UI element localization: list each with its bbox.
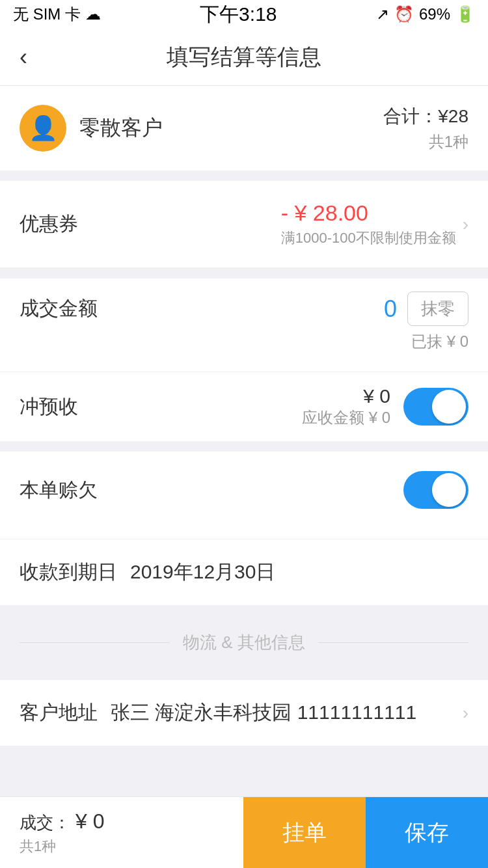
page-title: 填写结算等信息 <box>167 42 321 72</box>
prepay-sub: 应收金额 ¥ 0 <box>302 407 390 428</box>
prepay-value-group: ¥ 0 应收金额 ¥ 0 <box>302 385 390 428</box>
prepay-row: 冲预收 ¥ 0 应收金额 ¥ 0 <box>0 372 488 441</box>
customer-avatar: 👤 <box>20 105 66 152</box>
location-icon: ↗ <box>376 5 389 23</box>
prepay-label: 冲预收 <box>20 394 78 420</box>
divider-section: 物流 & 其他信息 <box>0 616 488 670</box>
no-sim-label: 无 SIM 卡 ☁ <box>13 4 101 25</box>
transaction-value: 0 <box>384 295 397 323</box>
coupon-right: - ¥ 28.00 满1000-100不限制使用金额 › <box>281 200 468 248</box>
battery-icon: 🔋 <box>455 5 475 23</box>
bottom-total-label: 成交： <box>20 811 70 834</box>
round-off-button[interactable]: 抹零 <box>407 292 468 326</box>
round-off-sub: 已抹 ¥ 0 <box>411 332 468 350</box>
customer-count: 共1种 <box>383 131 468 152</box>
debt-toggle-knob <box>432 473 466 507</box>
customer-total: 合计：¥28 <box>383 104 468 129</box>
debt-row: 本单赊欠 <box>0 452 488 528</box>
address-section[interactable]: 客户地址 张三 海淀永丰科技园 11111111111 › <box>0 680 488 746</box>
due-date-row: 收款到期日 2019年12月30日 <box>0 539 488 605</box>
coupon-value-group: - ¥ 28.00 满1000-100不限制使用金额 <box>281 200 456 248</box>
status-right: ↗ ⏰ 69% 🔋 <box>376 5 475 23</box>
customer-total-group: 合计：¥28 共1种 <box>383 104 468 152</box>
status-left: 无 SIM 卡 ☁ <box>13 4 101 25</box>
divider-line-left <box>20 642 170 643</box>
divider-text: 物流 & 其他信息 <box>170 631 318 654</box>
alarm-icon: ⏰ <box>394 5 414 23</box>
divider-line-right <box>318 642 468 643</box>
status-bar: 无 SIM 卡 ☁ 下午3:18 ↗ ⏰ 69% 🔋 <box>0 0 488 29</box>
coupon-chevron-icon: › <box>463 214 468 235</box>
address-chevron-icon: › <box>463 703 468 724</box>
coupon-section[interactable]: 优惠券 - ¥ 28.00 满1000-100不限制使用金额 › <box>0 181 488 268</box>
avatar-icon: 👤 <box>29 115 58 142</box>
address-value: 张三 海淀永丰科技园 11111111111 <box>111 699 463 726</box>
debt-toggle[interactable] <box>403 471 468 509</box>
bottom-count: 共1种 <box>20 837 224 856</box>
transaction-label: 成交金额 <box>20 295 98 322</box>
status-time: 下午3:18 <box>200 1 277 28</box>
transaction-right: 0 抹零 <box>384 292 468 326</box>
prepay-right: ¥ 0 应收金额 ¥ 0 <box>302 385 468 428</box>
save-button[interactable]: 保存 <box>366 797 488 869</box>
coupon-amount: - ¥ 28.00 <box>281 200 456 226</box>
transaction-amount-row: 成交金额 0 抹零 已抹 ¥ 0 <box>0 278 488 372</box>
debt-section: 本单赊欠 收款到期日 2019年12月30日 <box>0 452 488 605</box>
bottom-summary: 成交： ¥ 0 共1种 <box>0 809 243 856</box>
content-area: 👤 零散客户 合计：¥28 共1种 优惠券 - ¥ 28.00 满1000-10… <box>0 86 488 834</box>
prepay-value: ¥ 0 <box>302 385 390 407</box>
prepay-toggle[interactable] <box>403 388 468 426</box>
nav-bar: ‹ 填写结算等信息 <box>0 29 488 86</box>
address-chevron: › <box>463 703 468 724</box>
address-label: 客户地址 <box>20 699 98 726</box>
transaction-section: 成交金额 0 抹零 已抹 ¥ 0 冲预收 ¥ 0 应收金额 ¥ 0 <box>0 278 488 441</box>
coupon-description: 满1000-100不限制使用金额 <box>281 228 456 248</box>
toggle-knob <box>432 390 466 424</box>
coupon-label: 优惠券 <box>20 211 78 237</box>
bottom-total-value: ¥ 0 <box>75 809 104 834</box>
due-date-value: 2019年12月30日 <box>130 559 275 586</box>
customer-row: 👤 零散客户 合计：¥28 共1种 <box>0 86 488 170</box>
debt-label: 本单赊欠 <box>20 477 98 504</box>
customer-info: 👤 零散客户 <box>20 105 163 152</box>
hang-button[interactable]: 挂单 <box>243 797 366 869</box>
back-button[interactable]: ‹ <box>20 44 27 71</box>
battery-label: 69% <box>419 5 450 23</box>
customer-name: 零散客户 <box>79 114 163 142</box>
due-date-label: 收款到期日 <box>20 559 117 586</box>
bottom-bar: 成交： ¥ 0 共1种 挂单 保存 <box>0 796 488 868</box>
